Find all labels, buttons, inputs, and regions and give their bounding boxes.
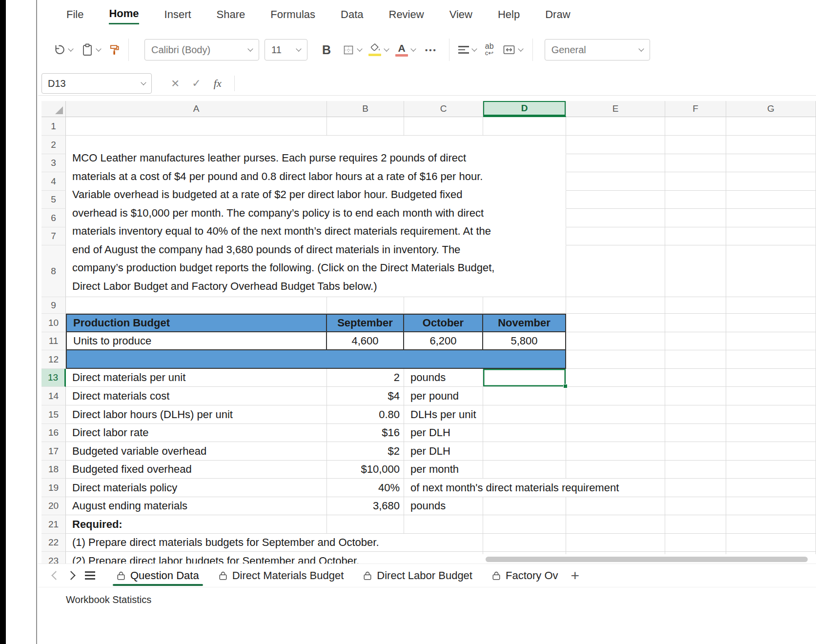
- row-header-2[interactable]: 2: [41, 136, 66, 154]
- cell-F16[interactable]: [665, 424, 726, 442]
- cell-A4[interactable]: [66, 172, 566, 191]
- column-header-A[interactable]: A: [66, 101, 327, 117]
- cell-A7[interactable]: [66, 227, 566, 245]
- cell-E16[interactable]: [566, 424, 665, 442]
- font-name-select[interactable]: Calibri (Body): [144, 39, 259, 60]
- cell-G7[interactable]: [726, 227, 816, 245]
- cell-G4[interactable]: [726, 172, 816, 191]
- cell-A10[interactable]: Production Budget: [66, 314, 327, 332]
- cell-A21[interactable]: Required:: [66, 515, 327, 534]
- menu-item-view[interactable]: View: [437, 0, 485, 28]
- row-header-18[interactable]: 18: [41, 461, 66, 479]
- cell-G3[interactable]: [726, 154, 816, 172]
- cell-G18[interactable]: [726, 461, 816, 479]
- cell-G1[interactable]: [726, 117, 816, 136]
- sheet-list-menu-icon[interactable]: [85, 571, 95, 580]
- cell-E3[interactable]: [566, 154, 665, 172]
- name-box[interactable]: D13: [41, 73, 152, 94]
- cell-E13[interactable]: [566, 369, 665, 387]
- row-header-11[interactable]: 11: [41, 332, 66, 350]
- row-header-15[interactable]: 15: [41, 405, 66, 424]
- cell-E9[interactable]: [566, 297, 665, 314]
- cell-E1[interactable]: [566, 117, 665, 136]
- column-header-F[interactable]: F: [665, 101, 726, 117]
- cell-D10[interactable]: November: [483, 314, 566, 332]
- cell-F18[interactable]: [665, 461, 726, 479]
- menu-item-review[interactable]: Review: [376, 0, 437, 28]
- cell-B11[interactable]: 4,600: [327, 332, 404, 350]
- cell-G17[interactable]: [726, 442, 816, 461]
- menu-item-home[interactable]: Home: [96, 0, 151, 28]
- cell-E18[interactable]: [566, 461, 665, 479]
- cell-A12[interactable]: [66, 350, 566, 369]
- cell-G22[interactable]: [726, 534, 816, 552]
- cell-F11[interactable]: [665, 332, 726, 350]
- cell-F14[interactable]: [665, 387, 726, 405]
- cell-G20[interactable]: [726, 497, 816, 515]
- font-size-select[interactable]: 11: [265, 39, 307, 60]
- wrap-text-button[interactable]: ab c↩: [485, 43, 494, 57]
- cell-D18[interactable]: [483, 461, 566, 479]
- cell-D22[interactable]: [483, 534, 566, 552]
- menu-item-formulas[interactable]: Formulas: [258, 0, 328, 28]
- cell-A5[interactable]: [66, 191, 566, 209]
- insert-function-icon[interactable]: fx: [214, 77, 222, 90]
- row-header-16[interactable]: 16: [41, 424, 66, 442]
- cell-B1[interactable]: [327, 117, 404, 136]
- menu-item-share[interactable]: Share: [204, 0, 258, 28]
- merge-cells-button[interactable]: [503, 44, 523, 56]
- cell-B16[interactable]: $16: [327, 424, 404, 442]
- cell-C17[interactable]: per DLH: [404, 442, 483, 461]
- cell-F21[interactable]: [665, 515, 726, 534]
- fill-color-button[interactable]: [368, 43, 388, 56]
- column-header-B[interactable]: B: [327, 101, 404, 117]
- cell-A19[interactable]: Direct materials policy: [66, 479, 327, 497]
- add-sheet-button[interactable]: +: [571, 568, 580, 583]
- cell-B19[interactable]: 40%: [327, 479, 404, 497]
- cell-E17[interactable]: [566, 442, 665, 461]
- row-header-4[interactable]: 4: [41, 172, 66, 191]
- cell-B10[interactable]: September: [327, 314, 404, 332]
- menu-item-insert[interactable]: Insert: [152, 0, 204, 28]
- borders-button[interactable]: [343, 44, 362, 56]
- row-header-17[interactable]: 17: [41, 442, 66, 461]
- cell-G8[interactable]: [726, 245, 816, 297]
- cell-E22[interactable]: [566, 534, 665, 552]
- format-painter-button[interactable]: [108, 44, 121, 56]
- cancel-icon[interactable]: ×: [171, 77, 179, 90]
- more-options-button[interactable]: •••: [425, 46, 437, 54]
- cell-C13[interactable]: pounds: [404, 369, 483, 387]
- cell-E11[interactable]: [566, 332, 665, 350]
- cell-D14[interactable]: [483, 387, 566, 405]
- cell-C9[interactable]: [404, 297, 483, 314]
- horizontal-scrollbar[interactable]: [486, 557, 808, 562]
- sheet-tab-factory-ov[interactable]: Factory Ov: [482, 564, 568, 587]
- cell-G6[interactable]: [726, 209, 816, 227]
- cell-F1[interactable]: [665, 117, 726, 136]
- cell-A11[interactable]: Units to produce: [66, 332, 327, 350]
- cell-G21[interactable]: [726, 515, 816, 534]
- cell-D15[interactable]: [483, 405, 566, 424]
- select-all-corner[interactable]: [41, 101, 66, 117]
- cell-F4[interactable]: [665, 172, 726, 191]
- cell-E21[interactable]: [566, 515, 665, 534]
- cell-A16[interactable]: Direct labor rate: [66, 424, 327, 442]
- bold-button[interactable]: B: [322, 43, 331, 57]
- next-sheet-icon[interactable]: [66, 571, 75, 580]
- menu-item-file[interactable]: File: [54, 0, 96, 28]
- row-header-13[interactable]: 13: [41, 369, 66, 387]
- cell-F9[interactable]: [665, 297, 726, 314]
- cell-A14[interactable]: Direct materials cost: [66, 387, 327, 405]
- cell-F15[interactable]: [665, 405, 726, 424]
- enter-icon[interactable]: ✓: [192, 77, 201, 90]
- undo-button[interactable]: [53, 43, 73, 56]
- cell-E8[interactable]: [566, 245, 665, 297]
- cell-F7[interactable]: [665, 227, 726, 245]
- cell-A23[interactable]: (2) Prepare direct labor budgets for Sep…: [66, 552, 483, 564]
- cell-F10[interactable]: [665, 314, 726, 332]
- alignment-button[interactable]: [458, 44, 476, 56]
- cell-C10[interactable]: October: [404, 314, 483, 332]
- row-header-10[interactable]: 10: [41, 314, 66, 332]
- cell-B14[interactable]: $4: [327, 387, 404, 405]
- sheet-tab-direct-labor-budget[interactable]: Direct Labor Budget: [353, 564, 482, 587]
